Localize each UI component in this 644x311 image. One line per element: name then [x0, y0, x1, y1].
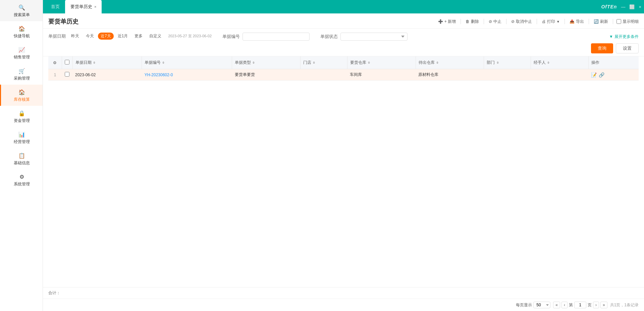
topbar: 首页 要货单历史 × OfTEn — ⬜ ×	[43, 0, 644, 13]
doc-no-link[interactable]: YH-20230602-0	[145, 73, 173, 77]
tab-home[interactable]: 首页	[46, 0, 65, 13]
date-tab-7days[interactable]: 近7天	[98, 33, 114, 40]
total-text: 共1页，1条记录	[610, 302, 639, 308]
page-input[interactable]	[574, 302, 586, 308]
suspend-btn[interactable]: ⊘ 中止	[487, 19, 503, 25]
row-department	[484, 69, 531, 81]
date-tab-today[interactable]: 今天	[83, 33, 97, 40]
sidebar-item-label: 快捷导航	[14, 33, 30, 39]
cancel-suspend-btn[interactable]: ⊘ 取消中止	[510, 19, 533, 25]
table-header-row: ⚙ 单据日期 单据编号 单据类型	[48, 56, 639, 69]
content-area: 要货单历史 ➕ + 新增 🗑 删除 ⊘ 中止 ⊘	[43, 13, 644, 311]
toolbar-divider-6	[589, 19, 589, 24]
col-doc-date[interactable]: 单据日期	[72, 56, 142, 69]
search-menu-icon: 🔍	[18, 4, 25, 11]
date-tabs: 昨天 今天 近7天 近1月 更多 自定义	[68, 33, 164, 40]
toolbar-divider-1	[461, 19, 461, 24]
date-tab-more[interactable]: 更多	[132, 33, 145, 40]
sidebar-item-quick-nav[interactable]: 🏠 快捷导航	[0, 21, 43, 42]
window-maximize-btn[interactable]: ⬜	[629, 4, 635, 9]
sidebar-item-finance-mgmt[interactable]: 🔒 资金管理	[0, 106, 43, 127]
system-mgmt-icon: ⚙	[18, 173, 25, 180]
row-num: 1	[48, 69, 62, 81]
page-header: 要货单历史 ➕ + 新增 🗑 删除 ⊘ 中止 ⊘	[43, 13, 644, 29]
date-tab-yesterday[interactable]: 昨天	[68, 33, 82, 40]
col-operations: 操作	[588, 56, 639, 69]
footer-summary: 合计：	[43, 287, 644, 299]
table-settings-col[interactable]: ⚙	[48, 56, 62, 69]
doc-no-input[interactable]	[243, 33, 310, 41]
brand-label: OfTEn	[601, 4, 617, 9]
sidebar-item-purchase-mgmt[interactable]: 🛒 采购管理	[0, 63, 43, 85]
last-page-btn[interactable]: »	[600, 302, 607, 308]
sidebar-item-operations-mgmt[interactable]: 📊 经营管理	[0, 127, 43, 148]
page-unit: 页	[588, 302, 592, 308]
doc-status-select[interactable]	[340, 33, 408, 41]
date-range-text: 2023-05-27 至 2023-06-02	[168, 34, 212, 39]
select-all-checkbox[interactable]	[65, 60, 69, 64]
inventory-mgmt-icon: 🏠	[18, 89, 25, 95]
home-tab-label: 首页	[51, 4, 60, 10]
sidebar-item-basic-info[interactable]: 📋 基础信息	[0, 148, 43, 169]
row-handler	[531, 69, 589, 81]
page-label: 第	[569, 302, 573, 308]
tab-close-icon[interactable]: ×	[94, 5, 96, 9]
per-page-select[interactable]: 20 50 100	[533, 302, 550, 308]
summary-label: 合计：	[48, 291, 60, 295]
settings-button[interactable]: 设置	[616, 43, 639, 53]
per-page-label: 每页显示	[516, 302, 532, 308]
doc-date-label: 单据日期	[48, 33, 66, 39]
sidebar-item-label: 系统管理	[14, 181, 30, 187]
window-close-btn[interactable]: ×	[639, 4, 641, 9]
data-table: ⚙ 单据日期 单据编号 单据类型	[48, 56, 639, 81]
export-btn[interactable]: 📤 导出	[568, 19, 585, 25]
sidebar-item-label: 经营管理	[14, 139, 30, 145]
toolbar: ➕ + 新增 🗑 删除 ⊘ 中止 ⊘ 取消中止	[437, 19, 639, 25]
col-department[interactable]: 部门	[484, 56, 531, 69]
date-tab-1month[interactable]: 近1月	[115, 33, 131, 40]
show-detail-checkbox[interactable]	[616, 19, 621, 24]
delete-btn[interactable]: 🗑 删除	[464, 19, 480, 25]
finance-mgmt-icon: 🔒	[18, 110, 25, 117]
main-area: 首页 要货单历史 × OfTEn — ⬜ × 要货单历史 ➕ + 新增 🗑	[43, 0, 644, 311]
new-btn[interactable]: ➕ + 新增	[437, 19, 457, 25]
refresh-btn[interactable]: 🔄 刷新	[592, 19, 609, 25]
first-page-btn[interactable]: «	[553, 302, 560, 308]
toolbar-divider-5	[565, 19, 565, 24]
print-icon: 🖨	[542, 19, 546, 24]
window-minimize-btn[interactable]: —	[621, 4, 625, 9]
topbar-right: OfTEn — ⬜ ×	[601, 4, 641, 9]
row-edit-icon[interactable]: 📝	[591, 72, 597, 78]
sidebar-item-system-mgmt[interactable]: ⚙ 系统管理	[0, 169, 43, 190]
date-tab-custom[interactable]: 自定义	[147, 33, 164, 40]
query-button[interactable]: 查询	[591, 43, 613, 53]
tab-requisition-history[interactable]: 要货单历史 ×	[65, 0, 102, 13]
expand-more-btn[interactable]: ▼ 展开更多条件	[609, 34, 639, 40]
row-checkbox-cell	[62, 69, 72, 81]
sidebar-item-label: 搜索菜单	[14, 12, 30, 18]
col-doc-type[interactable]: 单据类型	[232, 56, 301, 69]
delete-icon: 🗑	[466, 19, 470, 24]
sidebar-item-inventory-mgmt[interactable]: 🏠 库存核算	[0, 85, 43, 106]
prev-page-btn[interactable]: ‹	[561, 302, 568, 308]
table-row[interactable]: 1 2023-06-02 YH-20230602-0 要货单要货 车间库 原材料…	[48, 69, 639, 81]
col-req-warehouse[interactable]: 要货仓库	[347, 56, 416, 69]
col-doc-no[interactable]: 单据编号	[142, 56, 232, 69]
print-btn[interactable]: 🖨 打印 ▼	[540, 19, 561, 25]
doc-date-filter: 单据日期 昨天 今天 近7天 近1月 更多 自定义 2023-05-27 至 2…	[48, 33, 212, 40]
col-handler[interactable]: 经手人	[531, 56, 589, 69]
per-page-section: 每页显示 20 50 100	[516, 302, 550, 308]
row-delete-icon[interactable]: 🔗	[599, 72, 604, 78]
sidebar-item-sales-mgmt[interactable]: 📈 销售管理	[0, 42, 43, 63]
pagination: 每页显示 20 50 100 « ‹ 第 页 › » 共1页，1条记录	[43, 299, 644, 311]
sidebar-item-search-menu[interactable]: 🔍 搜索菜单	[0, 0, 43, 21]
page-title: 要货单历史	[48, 17, 437, 26]
new-icon: ➕	[438, 19, 443, 24]
col-store[interactable]: 门店	[300, 56, 347, 69]
next-page-btn[interactable]: ›	[593, 302, 599, 308]
show-detail-btn[interactable]: 显示明细	[616, 19, 639, 25]
toolbar-divider-4	[537, 19, 537, 24]
col-pending-warehouse[interactable]: 待出仓库	[416, 56, 484, 69]
print-dropdown-icon: ▼	[556, 20, 560, 24]
row-checkbox[interactable]	[65, 72, 69, 77]
